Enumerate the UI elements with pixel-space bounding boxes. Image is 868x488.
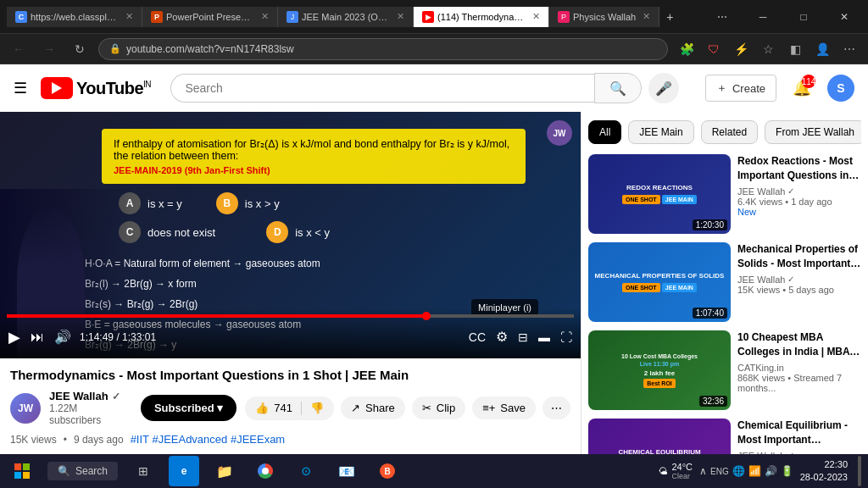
window-settings-icon[interactable]: ⋯ (705, 0, 739, 34)
video-player: If enthalpy of atomisation for Br₂(Δ) is… (0, 112, 581, 358)
tabs-container: C https://web.classplusapp.com/h... ✕ P … (7, 7, 680, 27)
verified-icon-2: ✓ (787, 274, 794, 284)
clip-button[interactable]: ✂ Clip (412, 396, 465, 419)
windows-search[interactable]: 🔍 Search (47, 462, 118, 480)
clip-label: Clip (437, 402, 455, 414)
temperature: 24°C (671, 462, 693, 472)
filter-from-jee[interactable]: From JEE Wallah (765, 120, 861, 144)
create-label: Create (732, 82, 765, 95)
thumb-bg-4: CHEMICAL EQUILIBRIUM ONE SHOT JEE MAIN (588, 419, 731, 454)
mic-button[interactable]: 🎤 (648, 73, 679, 103)
security-icon[interactable]: 🛡 (702, 37, 726, 61)
like-button[interactable]: 👍 741 👎 (245, 396, 334, 420)
rec-item-2[interactable]: MECHANICAL PROPERTIES OF SOLIDS ONE SHOT… (588, 242, 861, 322)
volume-icon[interactable]: 🔊 (765, 465, 777, 477)
channel-name[interactable]: JEE Wallah ✓ (49, 390, 132, 402)
network-icon[interactable]: 🌐 (732, 465, 745, 477)
filter-related[interactable]: Related (701, 120, 758, 144)
filter-all[interactable]: All (588, 120, 621, 144)
search-input[interactable] (170, 74, 594, 103)
fullscreen-button[interactable]: ⛶ (559, 329, 574, 346)
tab-youtube-active[interactable]: ▶ (114) Thermodynamics - Mo... ✕ (414, 7, 549, 27)
progress-bar[interactable] (7, 314, 574, 318)
rec-new-badge-1: New (737, 207, 861, 217)
tab-physics-wallah[interactable]: P Physics Wallah ✕ (549, 7, 659, 27)
weather-info: 24°C Clear (671, 462, 693, 480)
tab-close-icon[interactable]: ✕ (532, 11, 540, 22)
minimize-button[interactable]: ─ (746, 0, 780, 34)
start-button[interactable] (7, 456, 37, 486)
controls-row: ▶ ⏭ 🔊 1:14:49 / 1:33:01 CC ⚙ ⊟ (7, 323, 574, 352)
user-avatar[interactable]: S (827, 75, 854, 102)
favorites-icon[interactable]: ☆ (756, 37, 780, 61)
svg-rect-2 (14, 472, 21, 479)
settings-button[interactable]: ⚙ (494, 327, 509, 347)
profile-icon[interactable]: 👤 (810, 37, 834, 61)
share-button[interactable]: ↗ Share (341, 396, 405, 419)
explorer-icon[interactable]: 📁 (209, 456, 240, 486)
task-view-button[interactable]: ⊞ (128, 456, 159, 486)
share-label: Share (365, 402, 395, 414)
clock-time: 22:30 (800, 458, 848, 471)
tab-jee[interactable]: J JEE Main 2023 (Online) 1st Febr... ✕ (278, 7, 414, 27)
battery-icon[interactable]: 🔋 (781, 465, 793, 477)
more-options-button[interactable]: ⋯ (542, 396, 570, 419)
dell-letter: ⊙ (301, 464, 311, 478)
system-clock[interactable]: 22:30 28-02-2023 (800, 458, 848, 485)
miniplayer-ctrl-button[interactable]: ⊟ (516, 329, 530, 346)
channel-subs: 1.22M subscribers (49, 402, 132, 426)
save-button[interactable]: ≡+ Save (472, 396, 536, 419)
filter-jee-main[interactable]: JEE Main (628, 120, 693, 144)
notifications-button[interactable]: 🔔 114 (787, 73, 817, 103)
url-bar[interactable]: 🔒 youtube.com/watch?v=nN174R83lsw (98, 38, 668, 60)
option-b-circle: B (216, 192, 238, 214)
verified-icon-4: ✓ (787, 451, 794, 454)
rec-item-4[interactable]: CHEMICAL EQUILIBRIUM ONE SHOT JEE MAIN 1… (588, 419, 861, 454)
chevron-icon[interactable]: ∧ (699, 465, 707, 477)
tab-close-icon[interactable]: ✕ (643, 11, 650, 22)
mute-button[interactable]: 🔊 (53, 327, 73, 347)
theater-mode-button[interactable]: ▬ (537, 329, 552, 346)
forward-button[interactable]: → (37, 37, 61, 61)
skip-button[interactable]: ⏭ (29, 328, 46, 347)
refresh-button[interactable]: ↻ (68, 37, 92, 61)
add-tab-button[interactable]: + (659, 7, 680, 27)
wifi-icon[interactable]: 📶 (748, 465, 761, 477)
dell-icon[interactable]: ⊙ (291, 456, 321, 486)
search-button[interactable]: 🔍 (594, 73, 642, 103)
keyboard-icon[interactable]: ENG (710, 467, 729, 476)
youtube-app: ☰ YouTubeIN 🔍 🎤 ＋ Create 🔔 114 S (0, 64, 868, 454)
svg-rect-3 (23, 472, 30, 479)
browser-icon[interactable]: ⚡ (729, 37, 753, 61)
edge-icon[interactable]: e (169, 456, 199, 486)
play-button[interactable]: ▶ (7, 326, 22, 348)
rec-item-3[interactable]: 10 Low Cost MBA Colleges Live 11:30 pm 2… (588, 330, 861, 410)
subscribe-button[interactable]: Subscribed ▾ (141, 395, 236, 421)
tab-close-icon[interactable]: ✕ (125, 11, 133, 22)
tab-powerpoint[interactable]: P PowerPoint Presentation ✕ (142, 7, 278, 27)
subtitles-button[interactable]: CC (467, 329, 487, 346)
tab-close-icon[interactable]: ✕ (397, 11, 404, 22)
rec-info-1: Redox Reactions - Most Important Questio… (737, 154, 861, 234)
rec-item-1[interactable]: REDOX REACTIONS ONE SHOT JEE MAIN 1:20:3… (588, 154, 861, 234)
more-icon[interactable]: ⋯ (837, 37, 861, 61)
hamburger-menu[interactable]: ☰ (14, 79, 27, 97)
show-desktop-button[interactable] (858, 456, 861, 486)
controls-right: CC ⚙ ⊟ ▬ ⛶ (467, 327, 574, 347)
tab-classplus[interactable]: C https://web.classplusapp.com/h... ✕ (7, 7, 142, 27)
close-button[interactable]: ✕ (827, 0, 861, 34)
chrome-taskbar-icon[interactable] (250, 456, 281, 486)
back-button[interactable]: ← (7, 37, 31, 61)
create-button[interactable]: ＋ Create (705, 75, 776, 102)
maximize-button[interactable]: □ (787, 0, 821, 34)
sidebar-toggle[interactable]: ◧ (783, 37, 807, 61)
thumbup-icon: 👍 (255, 402, 269, 414)
brave-icon[interactable]: B (372, 456, 403, 486)
email-icon[interactable]: 📧 (331, 456, 362, 486)
channel-avatar: JW (10, 393, 41, 424)
youtube-logo[interactable]: YouTubeIN (41, 77, 151, 99)
extensions-icon[interactable]: 🧩 (675, 37, 698, 61)
tab-close-icon[interactable]: ✕ (261, 11, 269, 22)
question-box: If enthalpy of atomisation for Br₂(Δ) is… (102, 129, 526, 184)
action-buttons: 👍 741 👎 ↗ Share ✂ Clip (245, 396, 570, 420)
